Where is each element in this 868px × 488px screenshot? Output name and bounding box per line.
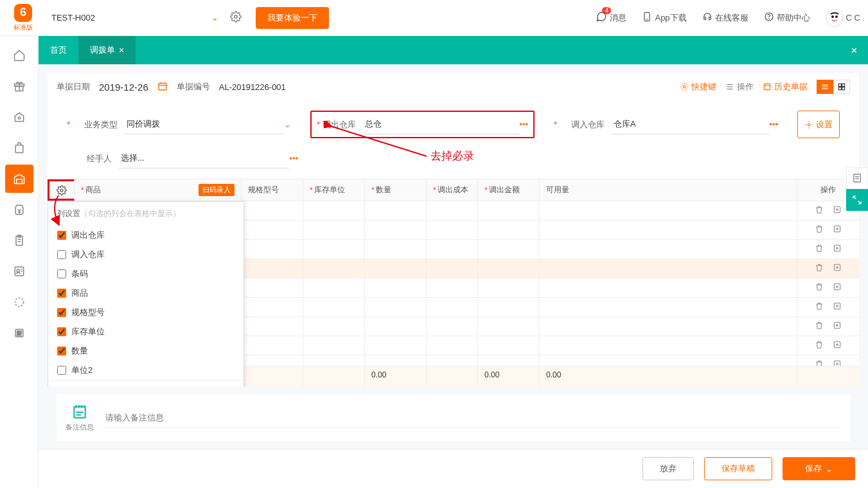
gear-icon[interactable] [230, 11, 242, 24]
sidebar-item-clipboard[interactable] [5, 226, 33, 255]
close-all-tabs-button[interactable]: ✕ [840, 36, 868, 64]
add-row-icon[interactable] [833, 359, 842, 366]
sidebar-item-warehouse[interactable] [5, 165, 33, 193]
delete-row-icon[interactable] [815, 263, 824, 274]
col-checkbox[interactable] [57, 250, 66, 259]
svg-rect-1 [644, 12, 650, 21]
sidebar-item-new[interactable]: 新 [5, 319, 33, 347]
svg-rect-39 [838, 87, 841, 90]
column-settings-button[interactable] [48, 179, 75, 201]
form-row-2: 经手人 选择... ••• [48, 142, 859, 179]
online-service-link[interactable]: 在线客服 [702, 12, 748, 24]
notes-panel-button[interactable] [846, 167, 868, 189]
sidebar-item-house[interactable] [5, 103, 33, 131]
delete-row-icon[interactable] [815, 321, 824, 332]
sidebar-item-gift[interactable] [5, 72, 33, 100]
svg-point-10 [18, 117, 20, 119]
svg-rect-12 [16, 179, 21, 184]
col-item[interactable]: 商品 [57, 284, 235, 303]
biz-type-field[interactable]: * 业务类型 同价调拨 ⌄ [67, 111, 291, 138]
add-row-icon[interactable] [833, 263, 842, 274]
view-grid-button[interactable] [833, 80, 850, 94]
add-row-icon[interactable] [833, 282, 842, 293]
column-settings-popup: 列设置（勾选的列会在表格中显示） 调出仓库调入仓库条码商品规格型号库存单位数量单… [48, 201, 244, 386]
svg-rect-40 [842, 87, 845, 90]
close-icon[interactable]: × [119, 45, 124, 55]
col-checkbox[interactable] [57, 366, 66, 375]
tab-home[interactable]: 首页 [39, 36, 78, 64]
sidebar-item-contacts[interactable] [5, 257, 33, 285]
col-checkbox[interactable] [57, 289, 66, 298]
messages-link[interactable]: 消息 4 [596, 11, 626, 24]
svg-rect-38 [842, 84, 845, 86]
sidebar-item-loading[interactable] [5, 288, 33, 316]
col-checkbox[interactable] [57, 269, 66, 278]
footer-qty: 0.00 [365, 366, 427, 386]
remark-row: 备注信息 [57, 394, 850, 441]
add-row-icon[interactable] [833, 244, 842, 255]
add-row-icon[interactable] [833, 321, 842, 332]
in-warehouse-field[interactable]: * 调入仓库 仓库A ••• [554, 111, 778, 138]
col-item[interactable]: 调出仓库 [57, 226, 235, 245]
col-item[interactable]: 数量 [57, 341, 235, 361]
more-icon[interactable]: ••• [519, 120, 528, 129]
add-row-icon[interactable] [833, 224, 842, 235]
more-icon[interactable]: ••• [769, 120, 778, 129]
cta-button[interactable]: 我要体验一下 [256, 7, 329, 29]
col-item[interactable]: 规格型号 [57, 303, 235, 322]
col-checkbox[interactable] [57, 327, 66, 336]
sidebar-item-bag[interactable] [5, 134, 33, 162]
shortcut-link[interactable]: 快捷键 [680, 81, 716, 93]
company-select[interactable]: TEST-H002 ⌄ [51, 13, 218, 23]
help-icon [764, 12, 774, 24]
docno-label: 单据编号 [177, 81, 210, 93]
delete-row-icon[interactable] [815, 282, 824, 293]
view-list-button[interactable] [817, 80, 833, 94]
col-item[interactable]: 库存单位 [57, 322, 235, 341]
delete-row-icon[interactable] [815, 359, 824, 366]
add-row-icon[interactable] [833, 302, 842, 312]
col-item[interactable]: 单位2 [57, 361, 235, 380]
delete-row-icon[interactable] [815, 302, 824, 312]
save-draft-button[interactable]: 保存草稿 [704, 457, 772, 480]
col-cost: *调出成本 [427, 179, 478, 201]
help-center-link[interactable]: 帮助中心 [764, 12, 810, 24]
phone-icon [642, 12, 652, 24]
col-checkbox[interactable] [57, 308, 66, 317]
app-download-link[interactable]: App下载 [642, 12, 686, 24]
col-item[interactable]: 条码 [57, 264, 235, 284]
out-warehouse-field[interactable]: * 调出仓库 总仓 ••• [310, 111, 535, 138]
delete-row-icon[interactable] [815, 224, 824, 235]
settings-button[interactable]: 设置 [797, 111, 840, 138]
popup-list[interactable]: 调出仓库调入仓库条码商品规格型号库存单位数量单位2 [48, 226, 244, 380]
date-value[interactable]: 2019-12-26 [99, 82, 148, 93]
delete-row-icon[interactable] [815, 244, 824, 255]
chevron-down-icon: ⌄ [284, 120, 291, 129]
save-button[interactable]: 保存 ⌄ [783, 457, 855, 480]
scan-badge[interactable]: 扫码录入 [199, 184, 235, 196]
col-item[interactable]: 调入仓库 [57, 245, 235, 264]
tab-transfer[interactable]: 调拨单 × [78, 36, 136, 64]
add-row-icon[interactable] [833, 340, 842, 351]
calendar-icon[interactable] [157, 81, 168, 93]
delete-row-icon[interactable] [815, 340, 824, 351]
discard-button[interactable]: 放弃 [642, 457, 694, 480]
messages-label: 消息 [610, 12, 626, 24]
svg-point-28 [683, 86, 686, 88]
more-icon[interactable]: ••• [289, 154, 298, 163]
col-checkbox[interactable] [57, 231, 66, 240]
delete-row-icon[interactable] [815, 205, 824, 216]
add-row-icon[interactable] [833, 205, 842, 216]
remark-input[interactable] [103, 408, 841, 428]
col-checkbox[interactable] [57, 347, 66, 356]
operate-link[interactable]: 操作 [725, 81, 754, 93]
handler-field[interactable]: 经手人 选择... ••• [67, 149, 298, 168]
company-name: TEST-H002 [51, 13, 95, 23]
expand-button[interactable] [846, 189, 868, 211]
sidebar-item-home[interactable] [5, 41, 33, 69]
footer-avail: 0.00 [540, 366, 797, 386]
sidebar-item-money[interactable] [5, 195, 33, 224]
user-menu[interactable]: C C [826, 9, 860, 27]
svg-point-6 [831, 15, 834, 18]
history-link[interactable]: 历史单据 [763, 81, 808, 93]
